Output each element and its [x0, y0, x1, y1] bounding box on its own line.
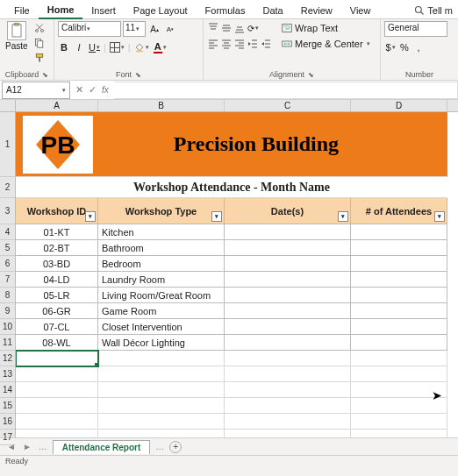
table-cell-dates[interactable]: [225, 272, 351, 288]
tab-formulas[interactable]: Formulas: [197, 3, 254, 18]
row-header[interactable]: 6: [0, 256, 15, 272]
tab-page-layout[interactable]: Page Layout: [125, 3, 197, 18]
font-name-select[interactable]: Calibri▾: [58, 21, 121, 37]
table-cell-type[interactable]: Kitchen: [98, 224, 225, 240]
table-header-type[interactable]: Workshop Type: [98, 198, 225, 224]
font-size-select[interactable]: 11▾: [123, 21, 146, 37]
tab-home[interactable]: Home: [39, 2, 83, 19]
comma-format-button[interactable]: ,: [412, 40, 425, 54]
add-sheet-button[interactable]: +: [169, 441, 182, 453]
cell[interactable]: [351, 398, 447, 414]
align-right-button[interactable]: [233, 37, 246, 51]
table-cell-dates[interactable]: [225, 319, 351, 335]
table-cell-id[interactable]: 03-BD: [16, 256, 98, 272]
accounting-format-button[interactable]: $▾: [384, 40, 397, 54]
table-cell-type[interactable]: Game Room: [98, 303, 225, 319]
percent-format-button[interactable]: %: [398, 40, 411, 54]
tab-data[interactable]: Data: [254, 3, 291, 18]
table-cell-id[interactable]: 08-WL: [16, 335, 98, 351]
align-middle-button[interactable]: [220, 21, 233, 35]
cancel-formula-icon[interactable]: ✕: [75, 84, 83, 96]
table-cell-attendees[interactable]: [351, 224, 447, 240]
cell[interactable]: [98, 414, 225, 430]
cell[interactable]: [225, 398, 351, 414]
table-cell-attendees[interactable]: [351, 303, 447, 319]
cell[interactable]: [98, 366, 225, 382]
table-cell-attendees[interactable]: [351, 288, 447, 303]
fill-handle[interactable]: [95, 363, 98, 366]
cell[interactable]: [351, 351, 447, 366]
filter-button[interactable]: [211, 211, 222, 222]
cell[interactable]: [98, 398, 225, 414]
alignment-launcher-icon[interactable]: ⬊: [308, 71, 314, 79]
increase-indent-button[interactable]: [260, 37, 272, 51]
align-left-button[interactable]: [207, 37, 219, 51]
cell[interactable]: [98, 351, 225, 366]
cell[interactable]: [225, 366, 351, 382]
decrease-indent-button[interactable]: [247, 37, 259, 51]
table-cell-attendees[interactable]: [351, 240, 447, 256]
borders-button[interactable]: ▾: [109, 40, 125, 54]
row-header[interactable]: 11: [0, 335, 15, 351]
underline-button[interactable]: U▾: [88, 40, 101, 54]
cell[interactable]: [351, 430, 447, 437]
banner-cell[interactable]: PB Precision Building: [16, 112, 447, 177]
cut-button[interactable]: [33, 21, 46, 35]
row-header[interactable]: 3: [0, 198, 15, 224]
row-header[interactable]: 1: [0, 112, 15, 177]
column-header[interactable]: D: [351, 100, 447, 111]
prev-sheet-button[interactable]: ◄: [5, 442, 18, 451]
table-cell-dates[interactable]: [225, 240, 351, 256]
row-header[interactable]: 8: [0, 288, 15, 303]
merge-center-button[interactable]: Merge & Center ▾: [279, 37, 373, 51]
row-header[interactable]: 13: [0, 366, 15, 382]
cell-a12[interactable]: [16, 351, 98, 366]
formula-input[interactable]: [114, 82, 458, 99]
table-cell-id[interactable]: 01-KT: [16, 224, 98, 240]
table-cell-id[interactable]: 05-LR: [16, 288, 98, 303]
table-cell-type[interactable]: Wall Décor Lighting: [98, 335, 225, 351]
format-painter-button[interactable]: [33, 51, 46, 65]
table-cell-dates[interactable]: [225, 335, 351, 351]
increase-font-button[interactable]: A▴: [147, 22, 161, 36]
sheet-tab-attendance[interactable]: Attendance Report: [53, 440, 150, 454]
filter-button[interactable]: [434, 211, 445, 222]
row-header[interactable]: 12: [0, 351, 15, 366]
column-header[interactable]: A: [16, 100, 98, 111]
cell[interactable]: [351, 366, 447, 382]
table-cell-dates[interactable]: [225, 288, 351, 303]
table-cell-attendees[interactable]: [351, 272, 447, 288]
filter-button[interactable]: [338, 211, 348, 222]
row-header[interactable]: 16: [0, 414, 15, 430]
cell[interactable]: [16, 430, 98, 437]
fx-icon[interactable]: fx: [102, 85, 109, 95]
align-center-button[interactable]: [220, 37, 233, 51]
font-color-button[interactable]: A▾: [153, 40, 168, 54]
row-header[interactable]: 5: [0, 240, 15, 256]
tab-file[interactable]: File: [5, 3, 39, 18]
table-header-attendees[interactable]: # of Attendees: [351, 198, 447, 224]
decrease-font-button[interactable]: A▾: [163, 22, 177, 36]
align-bottom-button[interactable]: [233, 21, 246, 35]
cell[interactable]: [98, 382, 225, 398]
name-box[interactable]: A12 ▾: [2, 82, 70, 99]
table-cell-id[interactable]: 07-CL: [16, 319, 98, 335]
font-launcher-icon[interactable]: ⬊: [135, 71, 141, 79]
cell[interactable]: [16, 366, 98, 382]
column-header[interactable]: C: [225, 100, 351, 111]
tab-insert[interactable]: Insert: [82, 3, 125, 18]
row-header[interactable]: 10: [0, 319, 15, 335]
cell[interactable]: [225, 351, 351, 366]
table-header-dates[interactable]: Date(s): [225, 198, 351, 224]
tell-me-search[interactable]: Tell m: [414, 5, 453, 16]
sheet-list-button[interactable]: …: [37, 442, 49, 451]
cell-grid[interactable]: A B C D PB Precision Building Workshop A…: [16, 100, 458, 437]
cell[interactable]: [16, 414, 98, 430]
tab-review[interactable]: Review: [292, 3, 341, 18]
select-all-corner[interactable]: [0, 100, 15, 112]
row-header[interactable]: 14: [0, 382, 15, 398]
cell[interactable]: [16, 398, 98, 414]
sheet-menu-button[interactable]: …: [154, 442, 166, 451]
cell[interactable]: [351, 382, 447, 398]
table-cell-attendees[interactable]: [351, 335, 447, 351]
